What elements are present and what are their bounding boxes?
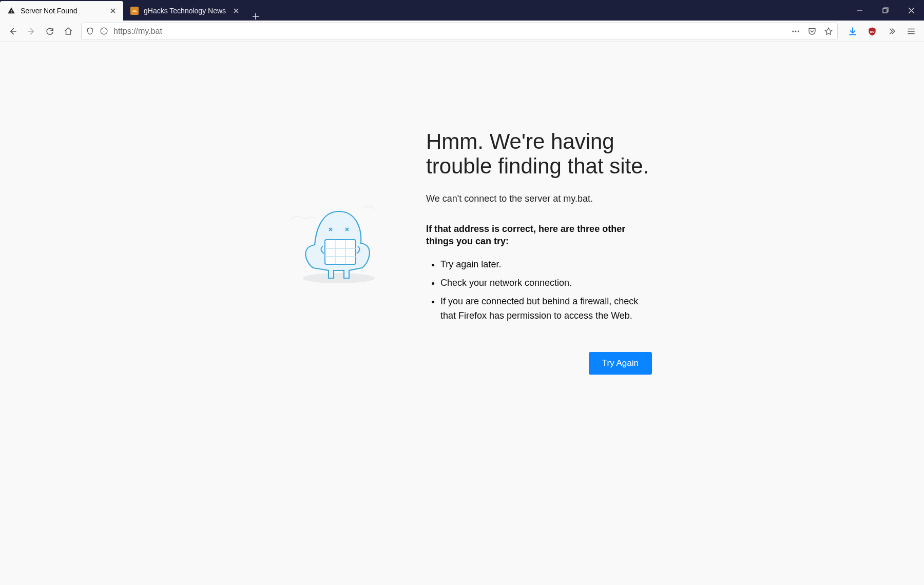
window-controls [847,0,924,21]
list-item: If you are connected but behind a firewa… [440,295,652,323]
ghacks-icon [130,7,139,15]
warning-icon [7,7,15,15]
tab-strip: Server Not Found gHacks Technology News [0,0,265,21]
list-item: Check your network connection. [440,276,652,290]
svg-point-6 [795,30,797,32]
svg-rect-3 [883,9,887,13]
page-content: Hmm. We're having trouble finding that s… [0,42,924,585]
bookmark-star-icon[interactable] [824,27,833,36]
error-title: Hmm. We're having trouble finding that s… [426,129,652,179]
hamburger-menu-icon[interactable] [902,23,920,40]
error-text: Hmm. We're having trouble finding that s… [426,129,652,375]
forward-button[interactable] [23,23,40,40]
tab-inactive[interactable]: gHacks Technology News [123,1,246,21]
error-instructions-heading: If that address is correct, here are thr… [426,223,652,248]
try-again-button[interactable]: Try Again [589,352,652,375]
page-actions-icon[interactable] [791,27,800,36]
svg-point-7 [798,30,799,32]
maximize-button[interactable] [873,0,898,21]
titlebar: Server Not Found gHacks Technology News [0,0,924,21]
reload-button[interactable] [41,23,59,40]
error-subtitle: We can't connect to the server at my.bat… [426,193,652,204]
pocket-icon[interactable] [807,27,817,36]
toolbar-extensions: uo [842,23,920,40]
error-page: Hmm. We're having trouble finding that s… [272,129,652,375]
urlbar-actions [791,27,833,36]
svg-rect-0 [11,10,11,11]
home-button[interactable] [60,23,77,40]
tab-title: gHacks Technology News [144,7,226,15]
downloads-icon[interactable] [844,23,861,40]
list-item: Try again later. [440,258,652,272]
svg-rect-1 [11,12,11,12]
error-actions: Try Again [426,352,652,375]
info-icon[interactable] [100,27,108,35]
titlebar-drag-region[interactable] [265,0,847,21]
url-input[interactable] [113,27,786,36]
close-icon[interactable] [231,6,241,16]
close-window-button[interactable] [898,0,924,21]
back-button[interactable] [4,23,22,40]
overflow-icon[interactable] [883,23,900,40]
url-bar[interactable] [81,23,838,40]
minimize-button[interactable] [847,0,873,21]
new-tab-button[interactable] [246,12,265,21]
svg-rect-10 [325,240,356,264]
nav-toolbar: uo [0,21,924,42]
error-suggestions: Try again later. Check your network conn… [426,258,652,323]
ublock-icon[interactable]: uo [863,23,881,40]
svg-text:uo: uo [870,29,875,33]
tab-active[interactable]: Server Not Found [0,1,123,21]
shield-icon[interactable] [86,27,94,35]
error-illustration [272,129,406,375]
svg-point-5 [792,30,794,32]
tab-title: Server Not Found [21,7,103,15]
svg-point-9 [303,273,375,283]
close-icon[interactable] [108,6,118,16]
